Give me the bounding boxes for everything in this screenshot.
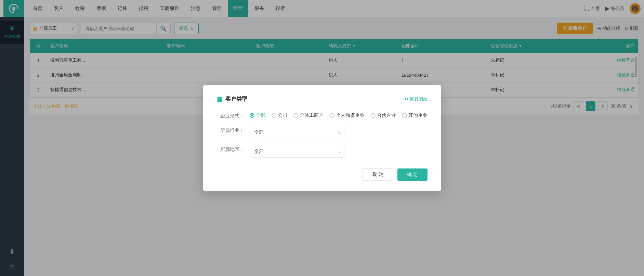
option-other-label: 其他企业 <box>408 112 428 118</box>
option-partnership-label: 合伙企业 <box>377 112 396 118</box>
region-value: 全部 <box>254 149 338 155</box>
customer-type-icon: ▦ <box>217 95 223 103</box>
option-other[interactable]: 其他企业 <box>402 112 428 118</box>
restore-icon: ↻ <box>405 97 408 102</box>
option-sole-label: 个人独资企业 <box>336 112 365 118</box>
option-sole[interactable]: 个人独资企业 <box>330 112 365 118</box>
industry-select[interactable]: 全部 ∨ <box>250 127 345 138</box>
option-all[interactable]: 全部 <box>250 112 265 118</box>
enterprise-form-row: 企业形式： 全部 公司 个体工商户 个人独资企业 合伙企业 <box>217 112 428 119</box>
radio-dot-company <box>272 113 276 118</box>
radio-dot-other <box>402 113 407 118</box>
option-company[interactable]: 公司 <box>272 112 287 118</box>
radio-dot-partnership <box>371 113 376 118</box>
option-all-label: 全部 <box>256 112 265 118</box>
cancel-button[interactable]: 取 消 <box>363 168 393 181</box>
region-form-row: 所属地区： 全部 ∨ <box>217 146 428 158</box>
industry-label: 所属行业： <box>217 127 244 134</box>
modal-title-text: 客户类型 <box>225 96 247 103</box>
option-individual[interactable]: 个体工商户 <box>293 112 324 118</box>
region-label: 所属地区： <box>217 146 244 153</box>
modal-header: ▦ 客户类型 ↻ 恢复初始 <box>217 95 428 103</box>
region-arrow-icon: ∨ <box>338 149 341 154</box>
industry-arrow-icon: ∨ <box>338 130 341 135</box>
option-company-label: 公司 <box>278 112 287 118</box>
radio-dot-all <box>250 113 254 118</box>
option-individual-label: 个体工商户 <box>300 112 324 118</box>
filter-modal: ▦ 客户类型 ↻ 恢复初始 企业形式： 全部 公司 个体工商户 个人 <box>203 85 441 191</box>
modal-footer: 取 消 确 定 <box>217 168 428 181</box>
restore-label: 恢复初始 <box>410 96 428 102</box>
enterprise-form-label: 企业形式： <box>217 112 244 119</box>
restore-button[interactable]: ↻ 恢复初始 <box>405 96 428 102</box>
radio-dot-sole <box>330 113 334 118</box>
region-field: 全部 ∨ <box>250 146 428 158</box>
region-select[interactable]: 全部 ∨ <box>250 146 345 158</box>
confirm-button[interactable]: 确 定 <box>397 168 428 181</box>
industry-form-row: 所属行业： 全部 ∨ <box>217 127 428 138</box>
industry-field: 全部 ∨ <box>250 127 428 138</box>
modal-title: ▦ 客户类型 <box>217 95 247 103</box>
enterprise-form-options: 全部 公司 个体工商户 个人独资企业 合伙企业 其他企业 <box>250 112 428 118</box>
radio-dot-individual <box>293 113 298 118</box>
industry-value: 全部 <box>254 129 338 136</box>
option-partnership[interactable]: 合伙企业 <box>371 112 396 118</box>
